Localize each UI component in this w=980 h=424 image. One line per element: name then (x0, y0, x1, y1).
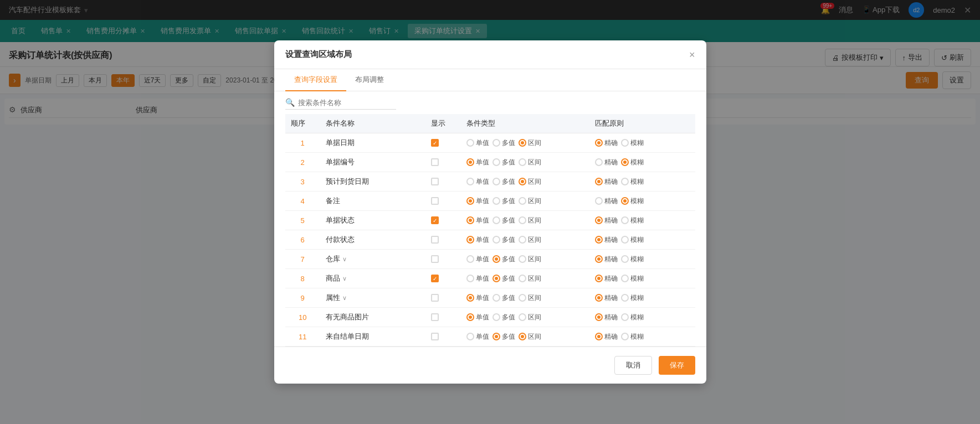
radio-multi[interactable] (492, 178, 500, 185)
radio-single[interactable] (466, 275, 474, 282)
radio-single[interactable] (466, 294, 474, 302)
table-row: 2单据编号单值多值区间精确模糊 (285, 153, 695, 172)
display-checkbox[interactable]: ✓ (431, 275, 439, 282)
radio-multi[interactable] (492, 216, 500, 224)
radio-range[interactable] (519, 333, 526, 340)
dialog-tab-fields[interactable]: 查询字段设置 (285, 69, 346, 91)
radio-single[interactable] (466, 255, 474, 263)
dialog-footer: 取消 保存 (274, 347, 706, 384)
cell-name: 商品 ∨ (320, 269, 425, 288)
radio-match-precise[interactable] (595, 333, 603, 340)
cell-display (425, 230, 460, 250)
radio-match-precise[interactable] (595, 216, 603, 224)
radio-multi[interactable] (492, 236, 500, 244)
radio-match-fuzzy[interactable] (621, 333, 629, 340)
display-checkbox[interactable]: ✓ (431, 139, 439, 147)
radio-match-fuzzy[interactable] (621, 158, 629, 166)
radio-range[interactable] (519, 197, 526, 205)
radio-match-fuzzy[interactable] (621, 216, 629, 224)
radio-match-precise[interactable] (595, 158, 603, 166)
radio-single[interactable] (466, 139, 474, 147)
radio-range[interactable] (519, 313, 526, 321)
radio-single[interactable] (466, 313, 474, 321)
display-checkbox[interactable] (431, 313, 439, 321)
radio-match-fuzzy[interactable] (621, 236, 629, 244)
table-row: 10有无商品图片单值多值区间精确模糊 (285, 308, 695, 327)
table-row: 1单据日期✓单值多值区间精确模糊 (285, 133, 695, 153)
search-input[interactable] (298, 99, 396, 107)
radio-multi[interactable] (492, 275, 500, 282)
display-checkbox[interactable] (431, 158, 439, 166)
cell-order: 2 (285, 153, 320, 172)
expand-icon[interactable]: ∨ (342, 275, 347, 282)
radio-single[interactable] (466, 197, 474, 205)
radio-match-fuzzy[interactable] (621, 313, 629, 321)
table-row: 4备注单值多值区间精确模糊 (285, 192, 695, 211)
radio-match-fuzzy[interactable] (621, 197, 629, 205)
radio-match-fuzzy[interactable] (621, 178, 629, 185)
radio-range[interactable] (519, 158, 526, 166)
radio-match-precise[interactable] (595, 313, 603, 321)
cell-type: 单值多值区间 (461, 192, 590, 211)
dialog-close-btn[interactable]: × (689, 50, 695, 60)
display-checkbox[interactable] (431, 197, 439, 205)
radio-range[interactable] (519, 216, 526, 224)
radio-single[interactable] (466, 178, 474, 185)
radio-match-precise[interactable] (595, 236, 603, 244)
display-checkbox[interactable] (431, 255, 439, 263)
cell-display (425, 288, 460, 308)
radio-match-precise[interactable] (595, 178, 603, 185)
radio-match-fuzzy[interactable] (621, 255, 629, 263)
search-input-wrap: 🔍 (285, 98, 396, 110)
radio-multi[interactable] (492, 333, 500, 340)
radio-multi[interactable] (492, 139, 500, 147)
display-checkbox[interactable] (431, 236, 439, 244)
radio-multi[interactable] (492, 197, 500, 205)
radio-match-precise[interactable] (595, 197, 603, 205)
cell-order: 5 (285, 211, 320, 230)
radio-range[interactable] (519, 294, 526, 302)
radio-multi[interactable] (492, 158, 500, 166)
expand-icon[interactable]: ∨ (342, 256, 347, 262)
table-row: 3预计到货日期单值多值区间精确模糊 (285, 172, 695, 192)
th-display: 显示 (425, 114, 460, 133)
radio-single[interactable] (466, 236, 474, 244)
radio-single[interactable] (466, 158, 474, 166)
radio-match-precise[interactable] (595, 255, 603, 263)
cell-name: 有无商品图片 (320, 308, 425, 327)
dialog-tab-layout[interactable]: 布局调整 (346, 69, 393, 91)
radio-single[interactable] (466, 333, 474, 340)
save-btn[interactable]: 保存 (659, 356, 695, 375)
radio-range[interactable] (519, 139, 526, 147)
cell-name: 备注 (320, 192, 425, 211)
radio-range[interactable] (519, 275, 526, 282)
radio-match-precise[interactable] (595, 275, 603, 282)
radio-range[interactable] (519, 236, 526, 244)
radio-match-fuzzy[interactable] (621, 275, 629, 282)
radio-match-precise[interactable] (595, 294, 603, 302)
display-checkbox[interactable] (431, 333, 439, 340)
cell-display: ✓ (425, 211, 460, 230)
radio-multi[interactable] (492, 294, 500, 302)
cell-name: 单据日期 (320, 133, 425, 153)
radio-match-fuzzy[interactable] (621, 139, 629, 147)
radio-single[interactable] (466, 216, 474, 224)
display-checkbox[interactable]: ✓ (431, 216, 439, 224)
display-checkbox[interactable] (431, 178, 439, 185)
cell-order: 7 (285, 250, 320, 269)
radio-match-fuzzy[interactable] (621, 294, 629, 302)
radio-range[interactable] (519, 178, 526, 185)
radio-range[interactable] (519, 255, 526, 263)
radio-match-precise[interactable] (595, 139, 603, 147)
display-checkbox[interactable] (431, 294, 439, 302)
cell-name: 仓库 ∨ (320, 250, 425, 269)
radio-multi[interactable] (492, 313, 500, 321)
dialog: 设置查询区域布局 × 查询字段设置 布局调整 🔍 (274, 40, 706, 384)
cell-match: 精确模糊 (589, 327, 695, 347)
cell-type: 单值多值区间 (461, 327, 590, 347)
cell-type: 单值多值区间 (461, 153, 590, 172)
radio-multi[interactable] (492, 255, 500, 263)
expand-icon[interactable]: ∨ (342, 294, 347, 301)
cell-display: ✓ (425, 269, 460, 288)
cancel-btn[interactable]: 取消 (614, 356, 652, 375)
